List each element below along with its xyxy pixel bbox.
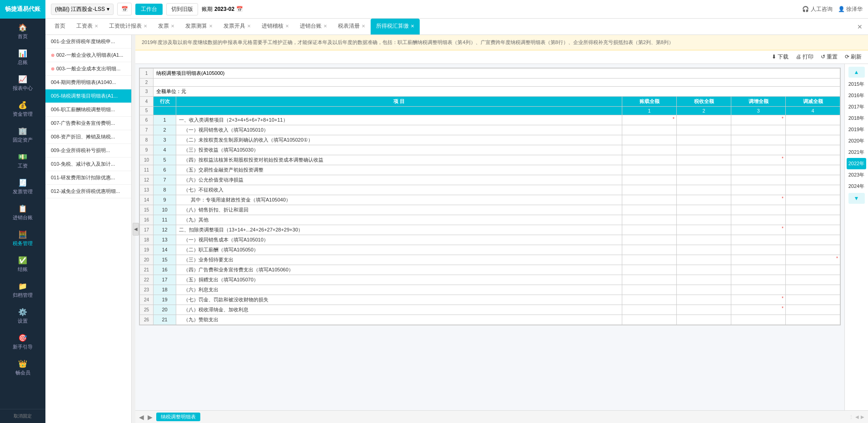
v3-cell[interactable]: [731, 165, 786, 175]
tab-invoice-calc[interactable]: 发票测算 ✕: [180, 19, 218, 34]
v1-cell[interactable]: [622, 305, 677, 315]
tab-salary[interactable]: 工资表 ✕: [71, 19, 104, 34]
v1-cell[interactable]: [622, 285, 677, 295]
sidebar-item-checkout[interactable]: ✅ 结账: [0, 251, 45, 277]
item-cell[interactable]: （一）视同销售成本（填写A105010）: [176, 235, 622, 245]
tab-invoice-open[interactable]: 发票开具 ✕: [218, 19, 256, 34]
v1-cell[interactable]: [622, 125, 677, 135]
sidebar-item-home[interactable]: 🏠 首页: [0, 19, 45, 44]
item-cell[interactable]: （一）视同销售收入（填写A105010）: [176, 125, 622, 135]
item-cell[interactable]: 其中：专项用途财政性资金（填写A105040）: [176, 195, 622, 205]
v4-cell[interactable]: [786, 225, 840, 235]
unpin-button[interactable]: 取消固定: [0, 409, 45, 423]
close-tab-salary[interactable]: ✕: [94, 24, 98, 29]
calendar-small-icon[interactable]: 📅: [236, 6, 243, 12]
v2-cell[interactable]: [677, 235, 731, 245]
v2-cell[interactable]: [677, 125, 731, 135]
v1-cell[interactable]: [622, 235, 677, 245]
v2-cell[interactable]: [677, 115, 731, 125]
v4-cell[interactable]: *: [786, 255, 840, 265]
v2-cell[interactable]: [677, 305, 731, 315]
print-button[interactable]: 🖨 打印: [796, 53, 813, 61]
v3-cell[interactable]: *: [731, 305, 786, 315]
item-cell[interactable]: （七）罚金、罚款和被没收财物的损失: [176, 295, 622, 305]
v1-cell[interactable]: [622, 175, 677, 185]
reset-button[interactable]: ↺ 重置: [821, 53, 838, 61]
v2-cell[interactable]: [677, 205, 731, 215]
download-button[interactable]: ⬇ 下载: [772, 53, 789, 61]
v4-cell[interactable]: [786, 275, 840, 285]
v3-cell[interactable]: [731, 125, 786, 135]
item-cell[interactable]: （七）不征税收入: [176, 185, 622, 195]
left-item-011[interactable]: 011-研发费用加计扣除优惠...: [45, 171, 131, 185]
v1-cell[interactable]: *: [622, 115, 677, 125]
sidebar-item-archive[interactable]: 📁 归档管理: [0, 277, 45, 303]
v4-cell[interactable]: [786, 305, 840, 315]
switch-old-button[interactable]: 切到旧版: [166, 3, 198, 15]
v1-cell[interactable]: [622, 315, 677, 325]
v4-cell[interactable]: [786, 165, 840, 175]
v4-cell[interactable]: [786, 135, 840, 145]
v4-cell[interactable]: [786, 295, 840, 305]
left-item-008[interactable]: 008-资产折旧、摊销及纳税...: [45, 130, 131, 144]
item-cell[interactable]: （六）利息支出: [176, 285, 622, 295]
v4-cell[interactable]: [786, 115, 840, 125]
v2-cell[interactable]: [677, 295, 731, 305]
v3-cell[interactable]: [731, 315, 786, 325]
v3-cell[interactable]: [731, 235, 786, 245]
sidebar-item-reports[interactable]: 📈 报表中心: [0, 70, 45, 96]
left-item-007[interactable]: 007-广告费和业务宣传费明...: [45, 117, 131, 130]
sidebar-item-invoice[interactable]: 🧾 发票管理: [0, 174, 45, 200]
tab-ledger2[interactable]: 进销台账 ✕: [294, 19, 332, 34]
sidebar-item-vip[interactable]: 👑 畅会员: [0, 355, 45, 381]
left-item-010[interactable]: 010-免税、减计收入及加计...: [45, 157, 131, 171]
item-cell[interactable]: （五）交易性金融资产初始投资调整: [176, 165, 622, 175]
item-cell[interactable]: （三）业务招待要支出: [176, 255, 622, 265]
year-up-button[interactable]: ▲: [848, 67, 865, 78]
sidebar-item-guide[interactable]: 🎯 新手引导: [0, 329, 45, 355]
item-cell[interactable]: （九）赞助支出: [176, 315, 622, 325]
user-avatar[interactable]: 👤 徐泽华: [838, 5, 863, 13]
item-cell[interactable]: （四）广告费和业务宣传费支出（填写A105060）: [176, 265, 622, 275]
v3-cell[interactable]: [731, 215, 786, 225]
v2-cell[interactable]: [677, 145, 731, 155]
v1-cell[interactable]: [622, 195, 677, 205]
close-tab-income-tax[interactable]: ✕: [411, 24, 414, 29]
year-label[interactable]: 2015年: [847, 79, 866, 90]
year-label[interactable]: 2016年: [847, 90, 866, 101]
v2-cell[interactable]: [677, 165, 731, 175]
item-cell[interactable]: （五）捐赠支出（填写A105070）: [176, 275, 622, 285]
v4-cell[interactable]: [786, 195, 840, 205]
close-tab-invoice-open[interactable]: ✕: [247, 24, 251, 29]
v1-cell[interactable]: [622, 205, 677, 215]
sidebar-item-settings[interactable]: ⚙️ 设置: [0, 303, 45, 329]
v4-cell[interactable]: [786, 185, 840, 195]
item-cell[interactable]: （二）职工薪酬（填写A105050）: [176, 245, 622, 255]
v4-cell[interactable]: [786, 285, 840, 295]
sidebar-item-tax[interactable]: 🧮 税务管理: [0, 226, 45, 251]
v1-cell[interactable]: [622, 275, 677, 285]
close-tab-salary-report[interactable]: ✕: [144, 24, 147, 29]
v3-cell[interactable]: [731, 275, 786, 285]
item-cell[interactable]: 二、扣除类调整项目（13+14+...24+26+27+28+29+30）: [176, 225, 622, 235]
v1-cell[interactable]: [622, 225, 677, 235]
v2-cell[interactable]: [677, 185, 731, 195]
v3-cell[interactable]: [731, 185, 786, 195]
tab-audit[interactable]: 进销稽核 ✕: [256, 19, 294, 34]
left-item-006[interactable]: 006-职工薪酬纳税调整明细...: [45, 103, 131, 117]
year-down-button[interactable]: ▼: [848, 193, 865, 204]
left-item-003[interactable]: ⊗ 003-一般企业成本支出明细...: [45, 62, 131, 76]
v4-cell[interactable]: [786, 145, 840, 155]
year-label[interactable]: 2017年: [847, 101, 866, 113]
v1-cell[interactable]: [622, 185, 677, 195]
v1-cell[interactable]: [622, 155, 677, 165]
calendar-button[interactable]: 📅: [117, 3, 132, 15]
v2-cell[interactable]: [677, 245, 731, 255]
item-cell[interactable]: 一、收入类调整项目（2+3+4+5+6+7+8+10+11）: [176, 115, 622, 125]
v2-cell[interactable]: [677, 215, 731, 225]
v3-cell[interactable]: *: [731, 155, 786, 165]
v1-cell[interactable]: [622, 135, 677, 145]
v2-cell[interactable]: [677, 175, 731, 185]
v3-cell[interactable]: *: [731, 115, 786, 125]
tab-invoice[interactable]: 发票 ✕: [153, 19, 180, 34]
